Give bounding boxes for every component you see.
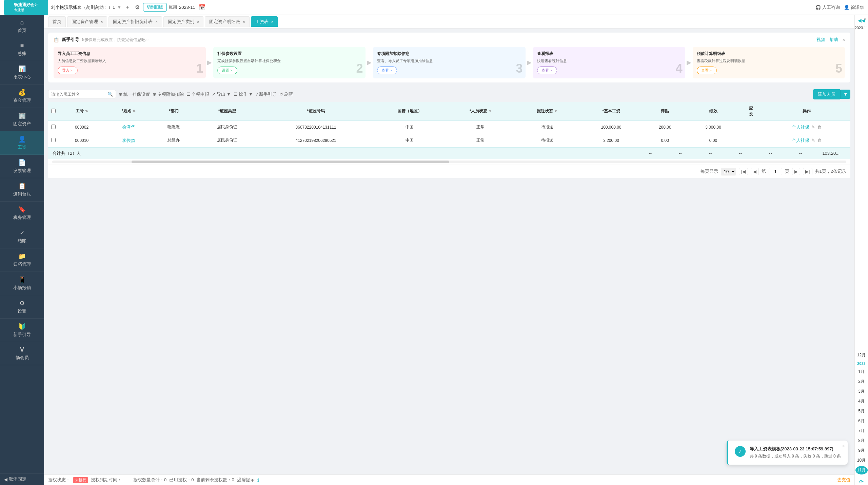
- settings-icon[interactable]: ⚙: [134, 3, 141, 11]
- page-number-input[interactable]: [769, 168, 782, 175]
- sidebar-item-closing[interactable]: ✓ 结账: [0, 225, 44, 248]
- sidebar-item-salary-label: 工资: [18, 144, 26, 150]
- month-item-8[interactable]: 8月: [855, 436, 868, 445]
- row-1-edit-icon[interactable]: ✎: [811, 125, 815, 130]
- tab-depreciation[interactable]: 固定资产折旧统计表 ×: [108, 16, 162, 27]
- sync-icon[interactable]: ⟳: [859, 479, 864, 485]
- toolbar-action-export[interactable]: ↗ 导出 ▼: [212, 91, 231, 97]
- sidebar-item-home[interactable]: ⌂ 首页: [0, 15, 44, 38]
- month-item-prev-12[interactable]: 12月: [855, 351, 868, 359]
- sidebar-item-archive[interactable]: 📁 归档管理: [0, 248, 44, 272]
- sidebar-item-tax[interactable]: 🔖 税务管理: [0, 202, 44, 225]
- toolbar-action-tax[interactable]: ☰ 个税申报: [186, 91, 209, 97]
- month-item-10[interactable]: 10月: [855, 456, 868, 465]
- sidebar-item-guide-label: 新手引导: [13, 332, 31, 338]
- recharge-link[interactable]: 去充值: [837, 477, 850, 483]
- tab-salary-close[interactable]: ×: [271, 20, 273, 24]
- status-filter-icon[interactable]: ▼: [488, 109, 492, 113]
- table-scroll-thumb[interactable]: [132, 161, 449, 163]
- month-item-9[interactable]: 9月: [855, 446, 868, 455]
- id-sort-icon[interactable]: ⇅: [85, 109, 88, 113]
- employee-table: 工号 ⇅ *姓名 ⇅ *部门 *证照类型 *证照号码 国籍（地区） *人员状态 …: [48, 102, 850, 178]
- row-2-name-link[interactable]: 李俊杰: [122, 138, 135, 143]
- month-item-4[interactable]: 4月: [855, 397, 868, 406]
- help-link[interactable]: 帮助: [829, 37, 838, 43]
- name-sort-icon[interactable]: ⇅: [133, 109, 135, 113]
- account-dropdown-icon[interactable]: ▼: [117, 5, 121, 10]
- toolbar-action-guide[interactable]: ? 新手引导: [256, 91, 277, 97]
- month-item-6[interactable]: 6月: [855, 417, 868, 425]
- row-1-checkbox[interactable]: [51, 125, 56, 129]
- add-account-icon[interactable]: ＋: [123, 3, 132, 12]
- sidebar-item-stock[interactable]: 📋 进销台账: [0, 178, 44, 202]
- last-page-btn[interactable]: ▶|: [803, 168, 812, 175]
- first-page-btn[interactable]: |◀: [739, 168, 748, 175]
- row-2-delete-icon[interactable]: 🗑: [817, 138, 822, 143]
- per-page-select[interactable]: 10 20 50: [721, 168, 736, 175]
- sidebar-item-reports[interactable]: 📊 报表中心: [0, 61, 44, 85]
- month-item-11[interactable]: 11月: [855, 466, 868, 474]
- row-1-name-link[interactable]: 徐泽华: [122, 125, 135, 130]
- video-link[interactable]: 视频: [816, 37, 825, 43]
- sidebar-item-member[interactable]: V 畅会员: [0, 342, 44, 365]
- add-person-dropdown[interactable]: ▼: [841, 90, 850, 99]
- tab-depreciation-close[interactable]: ×: [155, 20, 157, 24]
- switch-version-button[interactable]: 切到旧版: [143, 3, 167, 12]
- row-2-edit-icon[interactable]: ✎: [811, 138, 815, 143]
- tab-asset-category-close[interactable]: ×: [197, 20, 199, 24]
- sidebar-item-expense[interactable]: 📱 小畅报销: [0, 272, 44, 295]
- step-1-btn[interactable]: 导入＞: [58, 67, 78, 74]
- step-4-btn[interactable]: 查看＞: [537, 67, 557, 74]
- tab-fixed-assets-close[interactable]: ×: [101, 20, 103, 24]
- report-filter-icon[interactable]: ▼: [554, 109, 557, 113]
- guide-toolbar-icon: ?: [256, 92, 258, 97]
- ai-consult-button[interactable]: 🎧 人工咨询: [815, 4, 840, 11]
- tab-asset-detail[interactable]: 固定资产明细账 ×: [205, 16, 249, 27]
- sidebar-item-invoice[interactable]: 📄 发票管理: [0, 155, 44, 178]
- tab-asset-category[interactable]: 固定资产类别 ×: [163, 16, 203, 27]
- tab-salary[interactable]: 工资表 ×: [251, 16, 278, 27]
- toolbar-action-special[interactable]: ⊕ 专项附加扣除: [153, 91, 184, 97]
- guide-close-icon[interactable]: ×: [842, 37, 845, 42]
- sidebar-item-ledger[interactable]: ≡ 总账: [0, 38, 44, 61]
- period-value: 2023-11: [179, 5, 195, 10]
- sidebar-item-salary[interactable]: 👤 工资: [0, 131, 44, 155]
- main-layout: ⌂ 首页 ≡ 总账 📊 报表中心 💰 资金管理 🏢 固定资产 👤 工资 📄 发票…: [0, 15, 868, 485]
- step-1-desc: 人员信息及工资数据新增导入: [58, 58, 202, 64]
- sidebar-item-settings[interactable]: ⚙ 设置: [0, 295, 44, 319]
- month-item-3[interactable]: 3月: [855, 387, 868, 396]
- select-all-checkbox[interactable]: [51, 109, 56, 113]
- step-2-btn[interactable]: 设置＞: [217, 67, 237, 74]
- calendar-icon[interactable]: 📅: [197, 3, 207, 11]
- month-item-5[interactable]: 5月: [855, 407, 868, 415]
- month-item-2[interactable]: 2月: [855, 377, 868, 386]
- prev-page-btn[interactable]: ◀: [751, 168, 759, 175]
- tab-home[interactable]: 首页: [48, 16, 66, 27]
- guide-step-4: 查看报表 快速查看统计信息 查看＞ 4: [533, 47, 685, 78]
- search-icon[interactable]: 🔍: [107, 92, 113, 97]
- right-panel-close-icon[interactable]: ×: [864, 16, 867, 22]
- tab-fixed-assets[interactable]: 固定资产管理 ×: [67, 16, 107, 27]
- toolbar-action-refresh[interactable]: ↺ 刷新: [279, 91, 293, 97]
- sidebar-item-guide[interactable]: 🔰 新手引导: [0, 319, 44, 342]
- member-icon: V: [20, 346, 24, 353]
- table-scroll-bar[interactable]: [52, 161, 846, 163]
- sidebar-item-funds[interactable]: 💰 资金管理: [0, 85, 44, 108]
- step-3-btn[interactable]: 查看＞: [377, 67, 397, 74]
- row-2-checkbox[interactable]: [51, 138, 56, 142]
- step-5-btn[interactable]: 查看＞: [697, 67, 717, 74]
- sidebar-item-assets[interactable]: 🏢 固定资产: [0, 108, 44, 131]
- month-item-1[interactable]: 1月: [855, 368, 868, 376]
- month-item-7[interactable]: 7月: [855, 427, 868, 435]
- row-1-delete-icon[interactable]: 🗑: [817, 125, 822, 130]
- tab-asset-detail-close[interactable]: ×: [243, 20, 245, 24]
- next-page-btn[interactable]: ▶: [792, 168, 800, 175]
- toolbar-action-social[interactable]: ⊕ 统一社保设置: [119, 91, 150, 97]
- toast-close-btn[interactable]: ×: [842, 443, 845, 449]
- cancel-fixed-button[interactable]: ◀ 取消固定: [0, 473, 44, 485]
- row-2-social-link[interactable]: 个人社保: [792, 138, 809, 143]
- toolbar-action-op[interactable]: ☰ 操作 ▼: [234, 91, 253, 97]
- add-person-button[interactable]: 添加人员: [813, 89, 840, 99]
- search-input[interactable]: [51, 92, 106, 97]
- row-1-social-link[interactable]: 个人社保: [792, 125, 809, 130]
